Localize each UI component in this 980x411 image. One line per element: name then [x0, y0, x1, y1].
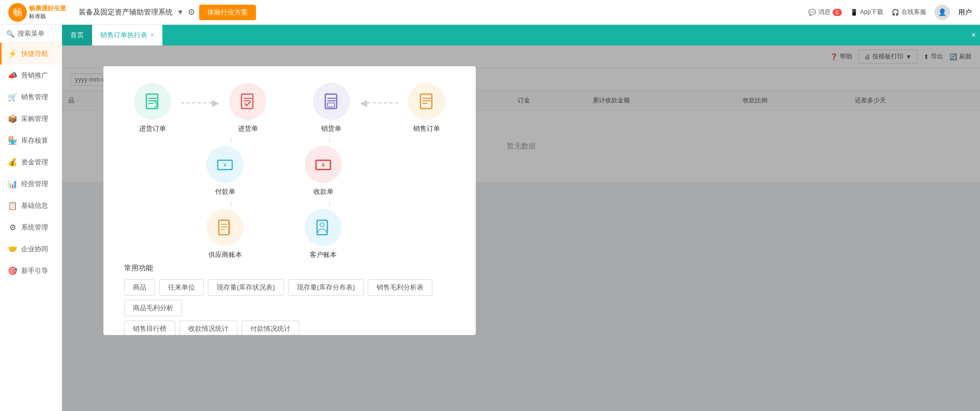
operations-icon: 📊 — [8, 179, 17, 189]
flow-middle-section: ¥ 付款单 ¥ 收款单 — [124, 146, 455, 196]
svg-text:¥: ¥ — [321, 162, 325, 168]
supplier-ledger-label: 供应商账本 — [208, 250, 242, 260]
online-service-btn[interactable]: 🎧 在线客服 — [892, 8, 926, 17]
app-download-label: App下载 — [860, 8, 883, 17]
flow-supplier-ledger[interactable]: 供应商账本 — [191, 209, 259, 260]
flow-customer-ledger[interactable]: 客户账本 — [290, 209, 357, 260]
modal-overlay[interactable]: 进货订单 ▶ — [62, 45, 980, 411]
sidebar-label-basic-info: 基础信息 — [21, 201, 48, 210]
tab-home[interactable]: 首页 — [62, 25, 92, 45]
user-avatar[interactable]: 👤 — [934, 5, 950, 20]
service-icon: 🎧 — [892, 9, 899, 16]
receipt-circle: ¥ — [305, 146, 342, 183]
tab-bar: 首页 销售订单执行表 × × — [62, 25, 980, 45]
sidebar-item-finance[interactable]: 💰 资金管理 — [0, 151, 62, 173]
sidebar-item-guide[interactable]: 🎯 新手引导 — [0, 260, 62, 282]
down-arrow-receipt: ↓ — [290, 196, 357, 209]
tab-sales-order-label: 销售订单执行表 — [100, 31, 147, 40]
sidebar-search[interactable]: 🔍 搜索菜单 — [0, 25, 62, 43]
flow-sales-bill[interactable]: 销货单 — [303, 83, 359, 133]
sidebar-item-quick-nav[interactable]: ⚡ 快捷导航 — [0, 43, 62, 65]
common-btn-stock-dist[interactable]: 现存量(库存分布表) — [288, 279, 364, 296]
common-btn-product[interactable]: 商品 — [124, 279, 155, 296]
tab-sales-order[interactable]: 销售订单执行表 × — [92, 25, 162, 45]
tab-close-all-btn[interactable]: × — [971, 31, 976, 40]
inventory-icon: 🏪 — [8, 136, 17, 145]
flow-purchase-order[interactable]: 进货订单 — [124, 83, 181, 133]
sidebar-item-enterprise[interactable]: 🤝 企业协同 — [0, 238, 62, 260]
sidebar-item-basic-info[interactable]: 📋 基础信息 — [0, 195, 62, 217]
flow-sales-order[interactable]: 销售订单 — [398, 83, 455, 133]
purchase-icon: 📦 — [8, 114, 17, 124]
payment-circle: ¥ — [206, 146, 244, 183]
sidebar-item-sales[interactable]: 🛒 销售管理 — [0, 86, 62, 108]
brand-sub: 标准版 — [29, 12, 66, 20]
tab-home-label: 首页 — [70, 31, 84, 40]
logo-icon: 畅 — [8, 3, 27, 22]
common-btn-stock-status[interactable]: 现存量(库存状况表) — [208, 279, 284, 296]
sales-icon: 🛒 — [8, 93, 17, 102]
message-label: 消息 — [818, 8, 831, 17]
finance-icon: 💰 — [8, 158, 17, 167]
system-icon: ⚙ — [8, 223, 17, 232]
customer-ledger-label: 客户账本 — [310, 250, 337, 260]
system-name: 装备及固定资产辅助管理系统 — [79, 8, 173, 17]
message-icon: 💬 — [808, 9, 816, 16]
enterprise-icon: 🤝 — [8, 245, 17, 254]
sidebar-label-quick-nav: 快捷导航 — [21, 49, 48, 58]
spacer6 — [124, 196, 191, 209]
experience-btn[interactable]: 体验行业方案 — [199, 5, 256, 20]
flow-receipt[interactable]: ¥ 收款单 — [290, 146, 357, 196]
tab-close-icon[interactable]: × — [150, 32, 154, 39]
sidebar-item-inventory[interactable]: 🏪 库存核算 — [0, 130, 62, 151]
avatar-icon: 👤 — [938, 8, 946, 16]
common-buttons-row2: 销售排行榜 收款情况统计 付款情况统计 — [124, 321, 455, 335]
common-btn-payment-stats[interactable]: 付款情况统计 — [242, 321, 299, 335]
common-btn-sales-rank[interactable]: 销售排行榜 — [124, 321, 175, 335]
sidebar-label-system: 系统管理 — [21, 223, 48, 232]
page-content: ❓ 帮助 🖨 按模板打印 ▼ ⬆ 导出 🔄 刷新 — [62, 45, 980, 411]
sales-order-label: 销售订单 — [413, 124, 440, 133]
svg-rect-10 — [327, 103, 335, 107]
logo-area: 畅 畅康通好生意 标准版 — [8, 3, 70, 22]
sidebar-label-finance: 资金管理 — [21, 158, 48, 167]
marketing-icon: 📣 — [8, 71, 17, 80]
flow-payment[interactable]: ¥ 付款单 — [191, 146, 259, 196]
supplier-ledger-circle — [206, 209, 244, 246]
sidebar-label-inventory: 库存核算 — [21, 136, 48, 145]
sidebar-item-operations[interactable]: 📊 经营管理 — [0, 173, 62, 195]
guide-icon: 🎯 — [8, 266, 17, 276]
content-area: 首页 销售订单执行表 × × ❓ 帮助 🖨 按 — [62, 25, 980, 411]
flow-down-arrows2: ↓ ↓ — [124, 196, 455, 209]
message-btn[interactable]: 💬 消息 6 — [808, 8, 842, 17]
common-btn-product-profit[interactable]: 商品毛利分析 — [124, 300, 182, 316]
payment-label: 付款单 — [215, 187, 235, 196]
common-btn-unit[interactable]: 往来单位 — [159, 279, 204, 296]
settings-gear-btn[interactable]: ⚙ — [188, 7, 195, 17]
logo-text: 畅康通好生意 标准版 — [29, 5, 66, 20]
app-wrapper: 畅 畅康通好生意 标准版 装备及固定资产辅助管理系统 ▼ ⚙ 体验行业方案 💬 … — [0, 0, 980, 411]
search-icon: 🔍 — [6, 30, 14, 38]
download-icon: 📱 — [850, 9, 858, 16]
sidebar-label-enterprise: 企业协同 — [21, 245, 48, 254]
down-arrow-payment: ↓ — [191, 196, 259, 209]
sales-order-circle — [408, 83, 445, 120]
common-btn-sales-profit[interactable]: 销售毛利分析表 — [368, 279, 432, 296]
sidebar-item-purchase[interactable]: 📦 采购管理 — [0, 108, 62, 130]
system-dropdown-btn[interactable]: ▼ — [177, 8, 184, 16]
svg-text:¥: ¥ — [223, 162, 227, 168]
spacer7 — [259, 196, 290, 209]
sidebar: 🔍 搜索菜单 ⚡ 快捷导航 📣 营销推广 🛒 销售管理 📦 采购管理 🏪 — [0, 25, 62, 411]
sidebar-item-marketing[interactable]: 📣 营销推广 — [0, 65, 62, 86]
message-badge: 6 — [833, 9, 842, 16]
sidebar-label-marketing: 营销推广 — [21, 71, 48, 80]
search-label: 搜索菜单 — [18, 29, 44, 38]
app-download-btn[interactable]: 📱 App下载 — [850, 8, 883, 17]
flow-purchase-bill[interactable]: 进货单 — [219, 83, 276, 133]
common-btn-receipt-stats[interactable]: 收款情况统计 — [179, 321, 237, 335]
quick-nav-icon: ⚡ — [8, 49, 17, 58]
down-arrow-payment-icon: ↓ — [204, 199, 259, 207]
top-bar: 畅 畅康通好生意 标准版 装备及固定资产辅助管理系统 ▼ ⚙ 体验行业方案 💬 … — [0, 0, 980, 25]
sidebar-item-system[interactable]: ⚙ 系统管理 — [0, 217, 62, 238]
sidebar-label-purchase: 采购管理 — [21, 114, 48, 124]
